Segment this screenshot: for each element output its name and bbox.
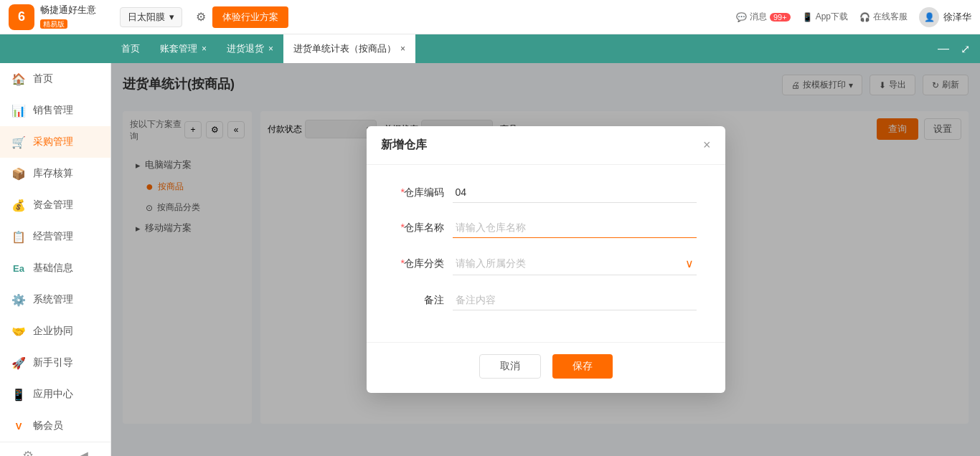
dialog-body: 仓库编码 仓库名称 bbox=[367, 165, 725, 342]
message-badge: 99+ bbox=[770, 13, 791, 22]
online-service-label: 在线客服 bbox=[873, 11, 908, 23]
sidebar-item-operation[interactable]: 📋 经营管理 bbox=[0, 221, 110, 252]
tab-purchase-stats[interactable]: 进货单统计表（按商品） × bbox=[283, 34, 415, 63]
sidebar-item-inventory-label: 库存核算 bbox=[33, 167, 73, 180]
sidebar-settings-button[interactable]: ⚙ bbox=[22, 448, 34, 456]
name-label: 仓库名称 bbox=[395, 222, 453, 234]
form-row-remark: 备注 bbox=[395, 290, 697, 310]
dropdown-arrow-icon: ▾ bbox=[169, 11, 174, 22]
message-icon: 💬 bbox=[736, 12, 747, 22]
sidebar-item-system[interactable]: ⚙️ 系统管理 bbox=[0, 284, 110, 315]
try-industry-button[interactable]: 体验行业方案 bbox=[212, 6, 288, 28]
tab-purchase-stats-label: 进货单统计表（按商品） bbox=[293, 42, 396, 55]
app-name: 畅捷通好生意 bbox=[40, 4, 96, 16]
sidebar-item-inventory[interactable]: 📦 库存核算 bbox=[0, 158, 110, 189]
tab-bar: 首页 账套管理 × 进货退货 × 进货单统计表（按商品） × — ⤢ bbox=[0, 34, 980, 63]
tab-accounts-label: 账套管理 bbox=[160, 42, 197, 55]
code-label: 仓库编码 bbox=[395, 186, 453, 199]
form-row-name: 仓库名称 bbox=[395, 217, 697, 238]
basic-info-icon: Ea bbox=[11, 261, 26, 275]
tab-purchase-stats-close[interactable]: × bbox=[400, 44, 405, 54]
enterprise-icon: 🤝 bbox=[11, 324, 26, 338]
sidebar-item-purchase[interactable]: 🛒 采购管理 bbox=[0, 126, 110, 158]
store-selector[interactable]: 日太阳膜 ▾ bbox=[120, 7, 182, 27]
operation-icon: 📋 bbox=[11, 229, 26, 244]
modal-overlay: 新增仓库 × 仓库编码 bbox=[111, 63, 980, 456]
category-select[interactable]: 请输入所属分类 ∨ bbox=[453, 252, 697, 275]
username-label: 徐泽华 bbox=[943, 11, 971, 24]
tab-purchase-return-label: 进货退货 bbox=[227, 42, 264, 55]
category-label: 仓库分类 bbox=[395, 257, 453, 270]
remark-field-control bbox=[453, 290, 697, 310]
inventory-icon: 📦 bbox=[11, 166, 26, 181]
sidebar-item-operation-label: 经营管理 bbox=[33, 230, 73, 243]
sidebar-item-enterprise[interactable]: 🤝 企业协同 bbox=[0, 315, 110, 347]
mobile-icon: 📱 bbox=[802, 12, 813, 22]
logo-area: 6 畅捷通好生意 精易版 bbox=[9, 4, 120, 30]
sidebar-bottom: ⚙ ◀ bbox=[0, 442, 110, 456]
add-warehouse-dialog: 新增仓库 × 仓库编码 bbox=[367, 126, 725, 393]
tab-home-label: 首页 bbox=[121, 42, 140, 55]
sales-icon: 📊 bbox=[11, 103, 26, 118]
vip-icon: V bbox=[11, 419, 26, 433]
form-row-category: 仓库分类 请输入所属分类 ∨ bbox=[395, 252, 697, 275]
remark-label: 备注 bbox=[395, 294, 453, 307]
sidebar-item-basic-info-label: 基础信息 bbox=[33, 262, 73, 275]
sidebar-item-apps-label: 应用中心 bbox=[33, 388, 73, 401]
dialog-close-button[interactable]: × bbox=[703, 138, 711, 153]
sidebar-item-vip-label: 畅会员 bbox=[33, 419, 63, 432]
category-dropdown-icon: ∨ bbox=[685, 257, 694, 270]
sidebar-item-guide[interactable]: 🚀 新手引导 bbox=[0, 347, 110, 379]
tab-maximize-button[interactable]: ⤢ bbox=[956, 39, 974, 59]
headset-icon: 🎧 bbox=[859, 12, 870, 22]
guide-icon: 🚀 bbox=[11, 356, 26, 370]
tab-bar-actions: — ⤢ bbox=[933, 39, 980, 59]
app-badge: 精易版 bbox=[40, 19, 67, 29]
sidebar-item-finance[interactable]: 💰 资金管理 bbox=[0, 189, 110, 221]
app-logo-icon: 6 bbox=[9, 4, 34, 30]
tab-home[interactable]: 首页 bbox=[111, 34, 150, 63]
dialog-header: 新增仓库 × bbox=[367, 126, 725, 165]
form-row-code: 仓库编码 bbox=[395, 182, 697, 203]
sidebar-item-system-label: 系统管理 bbox=[33, 293, 73, 306]
dialog-footer: 取消 保存 bbox=[367, 342, 725, 393]
app-download-label: App下载 bbox=[816, 11, 848, 23]
tab-accounts-close[interactable]: × bbox=[202, 44, 207, 54]
sidebar-collapse-button[interactable]: ◀ bbox=[78, 448, 88, 456]
online-service-button[interactable]: 🎧 在线客服 bbox=[859, 11, 908, 23]
tab-minimize-button[interactable]: — bbox=[933, 39, 953, 58]
app-download-button[interactable]: 📱 App下载 bbox=[802, 11, 848, 23]
sidebar-item-sales-label: 销售管理 bbox=[33, 104, 73, 117]
tab-accounts[interactable]: 账套管理 × bbox=[150, 34, 217, 63]
sidebar-item-home[interactable]: 🏠 首页 bbox=[0, 63, 110, 95]
remark-input[interactable] bbox=[453, 290, 697, 310]
home-icon: 🏠 bbox=[11, 72, 26, 86]
message-label: 消息 bbox=[750, 11, 767, 23]
dialog-title: 新增仓库 bbox=[381, 138, 427, 153]
main-layout: 🏠 首页 📊 销售管理 🛒 采购管理 📦 库存核算 💰 资金管理 📋 经营管理 … bbox=[0, 63, 980, 456]
sidebar-item-vip[interactable]: V 畅会员 bbox=[0, 410, 110, 442]
purchase-icon: 🛒 bbox=[11, 135, 26, 149]
sidebar-item-basic-info[interactable]: Ea 基础信息 bbox=[0, 252, 110, 284]
user-avatar: 👤 bbox=[919, 7, 939, 27]
cancel-button[interactable]: 取消 bbox=[479, 354, 541, 379]
save-button[interactable]: 保存 bbox=[552, 354, 613, 379]
code-input[interactable] bbox=[453, 182, 697, 203]
settings-button[interactable]: ⚙ bbox=[189, 6, 212, 29]
sidebar-item-sales[interactable]: 📊 销售管理 bbox=[0, 95, 110, 126]
sidebar-item-apps[interactable]: 📱 应用中心 bbox=[0, 379, 110, 410]
system-icon: ⚙️ bbox=[11, 293, 26, 307]
nav-icons-area: 💬 消息 99+ 📱 App下载 🎧 在线客服 👤 徐泽华 bbox=[736, 7, 971, 27]
sidebar-item-guide-label: 新手引导 bbox=[33, 356, 73, 369]
top-navigation: 6 畅捷通好生意 精易版 日太阳膜 ▾ ⚙ 体验行业方案 💬 消息 99+ 📱 … bbox=[0, 0, 980, 34]
sidebar-item-home-label: 首页 bbox=[33, 72, 53, 85]
messages-button[interactable]: 💬 消息 99+ bbox=[736, 11, 791, 23]
category-field-control: 请输入所属分类 ∨ bbox=[453, 252, 697, 275]
tab-purchase-return-close[interactable]: × bbox=[268, 44, 273, 54]
tab-purchase-return[interactable]: 进货退货 × bbox=[217, 34, 283, 63]
name-input[interactable] bbox=[453, 217, 697, 238]
name-field-control bbox=[453, 217, 697, 238]
user-info-area[interactable]: 👤 徐泽华 bbox=[919, 7, 971, 27]
category-placeholder: 请输入所属分类 bbox=[456, 257, 526, 270]
sidebar: 🏠 首页 📊 销售管理 🛒 采购管理 📦 库存核算 💰 资金管理 📋 经营管理 … bbox=[0, 63, 111, 456]
